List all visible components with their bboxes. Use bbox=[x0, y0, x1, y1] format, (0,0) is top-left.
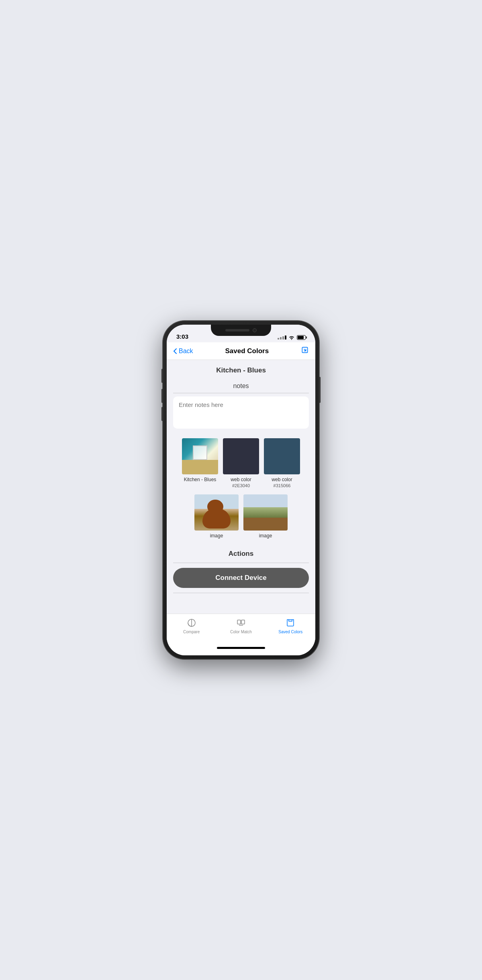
photo-bike[interactable]: image bbox=[243, 494, 288, 539]
share-button[interactable] bbox=[301, 346, 309, 356]
saved-colors-icon bbox=[285, 617, 296, 628]
bike-photo-label: image bbox=[259, 533, 272, 539]
connect-device-button[interactable]: Connect Device bbox=[173, 568, 309, 588]
actions-section: Actions Connect Device bbox=[167, 543, 315, 596]
swatch-color-1-hex: #2E3040 bbox=[232, 483, 250, 488]
phone-frame: 3:03 B bbox=[163, 321, 319, 659]
swatch-color-2-box bbox=[264, 438, 300, 474]
tab-color-match[interactable]: Color Match bbox=[229, 617, 253, 634]
collection-title: Kitchen - Blues bbox=[167, 360, 315, 379]
photos-row: image image bbox=[167, 493, 315, 543]
compare-icon bbox=[186, 617, 197, 628]
swatch-color-2-label: web color bbox=[272, 477, 292, 482]
tab-color-match-label: Color Match bbox=[230, 630, 252, 634]
notes-divider-top bbox=[173, 393, 309, 393]
tab-compare-label: Compare bbox=[183, 630, 200, 634]
swatch-color-1-box bbox=[223, 438, 259, 474]
swatch-color-2[interactable]: web color #315066 bbox=[264, 438, 300, 488]
back-label: Back bbox=[179, 348, 193, 355]
notes-input[interactable] bbox=[173, 396, 309, 429]
content-area: Kitchen - Blues notes Kitchen - Blues we… bbox=[167, 360, 315, 614]
notch bbox=[211, 325, 271, 336]
swatch-kitchen-label: Kitchen - Blues bbox=[184, 477, 216, 482]
actions-title: Actions bbox=[167, 547, 315, 563]
tab-compare[interactable]: Compare bbox=[180, 617, 204, 634]
swatches-row: Kitchen - Blues web color #2E3040 web co… bbox=[167, 433, 315, 493]
back-button[interactable]: Back bbox=[173, 348, 193, 355]
swatch-kitchen[interactable]: Kitchen - Blues bbox=[182, 438, 218, 488]
home-indicator bbox=[217, 647, 265, 649]
swatch-color-2-hex: #315066 bbox=[274, 483, 291, 488]
svg-rect-3 bbox=[241, 620, 245, 624]
swatch-color-1-label: web color bbox=[231, 477, 251, 482]
tab-saved-colors[interactable]: Saved Colors bbox=[278, 617, 302, 634]
photo-dog[interactable]: image bbox=[194, 494, 239, 539]
color-match-icon bbox=[235, 617, 247, 628]
battery-icon bbox=[297, 335, 306, 340]
kitchen-swatch-image bbox=[182, 438, 218, 474]
status-time: 3:03 bbox=[176, 333, 188, 340]
swatch-color-1[interactable]: web color #2E3040 bbox=[223, 438, 259, 488]
dog-photo-label: image bbox=[210, 533, 223, 539]
tab-saved-colors-label: Saved Colors bbox=[278, 630, 302, 634]
notes-label: notes bbox=[167, 379, 315, 393]
wifi-icon bbox=[288, 335, 295, 340]
nav-title: Saved Colors bbox=[225, 347, 269, 355]
svg-rect-2 bbox=[237, 620, 241, 624]
speaker bbox=[225, 329, 249, 331]
connect-device-label: Connect Device bbox=[215, 574, 267, 582]
signal-icon bbox=[278, 335, 286, 340]
bike-photo-box bbox=[243, 494, 288, 531]
status-icons bbox=[278, 335, 306, 340]
phone-screen: 3:03 B bbox=[167, 325, 315, 655]
dog-photo-box bbox=[194, 494, 239, 531]
tab-bar: Compare Color Match bbox=[167, 614, 315, 647]
nav-bar: Back Saved Colors bbox=[167, 342, 315, 360]
camera bbox=[253, 328, 257, 332]
actions-divider-bottom bbox=[173, 593, 309, 593]
